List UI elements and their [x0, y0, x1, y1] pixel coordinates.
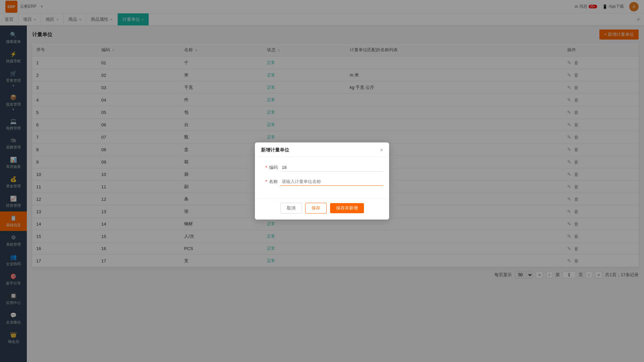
save-button[interactable]: 保存: [305, 203, 327, 214]
modal-footer: 取消 保存 保存并新增: [255, 198, 389, 220]
cancel-button[interactable]: 取消: [280, 203, 302, 214]
name-form-row: * 名称: [261, 178, 383, 186]
code-input[interactable]: [280, 164, 383, 172]
required-star-code: *: [265, 165, 267, 170]
modal-title: 新增计量单位: [261, 147, 289, 153]
save-and-new-button[interactable]: 保存并新增: [330, 203, 364, 213]
name-input[interactable]: [280, 178, 383, 186]
code-form-row: * 编码: [261, 164, 383, 172]
name-label: * 名称: [261, 179, 278, 185]
modal-close-button[interactable]: ×: [380, 147, 383, 153]
code-label: * 编码: [261, 165, 278, 171]
required-star-name: *: [265, 179, 267, 184]
modal-body: * 编码 * 名称: [255, 157, 389, 198]
add-unit-modal: 新增计量单位 × * 编码 * 名称 取消 保存 保存并新增: [255, 142, 389, 220]
modal-overlay[interactable]: 新增计量单位 × * 编码 * 名称 取消 保存 保存并新增: [0, 0, 644, 362]
modal-header: 新增计量单位 ×: [255, 142, 389, 157]
